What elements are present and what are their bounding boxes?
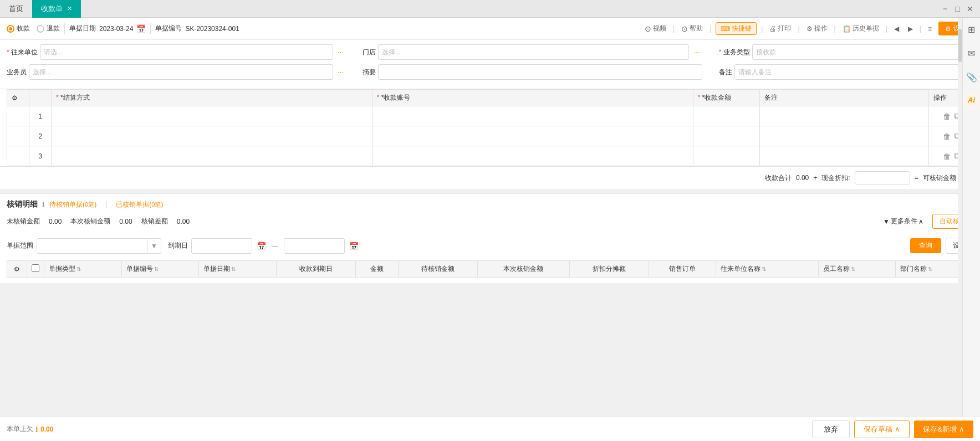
range-filter-field: 单据范围 ▼ [7,238,161,254]
counterparty-sort-icon: ⇅ [762,266,766,272]
more-conditions-btn[interactable]: ▼ 更多条件 ∧ [883,217,923,226]
print-btn[interactable]: 🖨 打印 [767,23,793,34]
this-verify-header: 本次核销金额 [478,261,570,278]
store-input[interactable] [378,44,689,60]
pending-tab[interactable]: 待核销单据(0笔) [49,200,96,209]
tab-receipt[interactable]: 收款单 ✕ [32,0,81,18]
staff-input[interactable] [29,64,333,80]
counterparty-input[interactable] [40,44,333,60]
history-btn[interactable]: 📋 历史单据 [840,23,881,34]
discount-input[interactable] [855,171,910,184]
row2-remark[interactable] [759,126,928,146]
history-icon: 📋 [843,25,851,33]
row2-delete-icon[interactable]: 🗑 [943,132,951,141]
refund-radio[interactable]: 退款 [37,24,60,33]
gear-icon: ⚙ [945,25,951,33]
bottom-info: 本单上欠 ℹ 0.00 [7,424,53,434]
row2-settlement[interactable] [52,126,372,146]
date-from-calendar-icon[interactable]: 📅 [257,242,266,250]
maximize-button[interactable]: □ [953,3,962,14]
tab-home[interactable]: 首页 [0,0,32,18]
row2-account[interactable] [372,126,693,146]
divider-1 [64,23,65,34]
range-select-input[interactable] [37,238,147,254]
table-settings-icon[interactable]: ⚙ [12,94,18,102]
counterparty-more-btn[interactable]: ··· [335,48,346,57]
row3-settlement[interactable] [52,146,372,166]
doc-type-header: 单据类型 ⇅ [44,261,122,278]
scroll-area[interactable] [958,18,962,417]
row3-delete-icon[interactable]: 🗑 [943,152,951,161]
row1-delete-icon[interactable]: 🗑 [943,112,951,121]
bottom-bar: 本单上欠 ℹ 0.00 放弃 保存草稿 ∧ 保存&新增 ∧ [0,417,980,441]
row1-account[interactable] [372,106,693,126]
attachment-panel-icon[interactable]: 📎 [964,70,979,85]
operations-btn[interactable]: ⚙ 操作 [804,23,830,34]
scroll-thumb[interactable] [958,29,962,62]
staff-name-header: 员工名称 ⇅ [818,261,896,278]
counterparty-field: * 往来单位 ··· [7,44,346,60]
refund-radio-dot [37,25,44,33]
bottom-actions: 放弃 保存草稿 ∧ 保存&新增 ∧ [812,421,973,438]
close-window-button[interactable]: ✕ [964,3,976,14]
business-type-input[interactable]: 预收款 [752,44,959,60]
filter-icon: ▼ [883,218,890,225]
done-tab[interactable]: 已核销单据(0笔) [116,200,163,209]
mail-panel-icon[interactable]: ✉ [966,46,977,61]
select-all-checkbox[interactable] [32,264,39,272]
keyboard-icon: ⌨ [721,25,730,33]
counterparty-name-header: 往来单位名称 ⇅ [716,261,818,278]
row1-amount[interactable] [693,106,759,126]
save-new-button[interactable]: 保存&新增 ∧ [914,421,973,438]
tab-close-icon[interactable]: ✕ [67,5,72,12]
nav-right-btn[interactable]: ▶ [906,24,915,34]
stat-this-label: 本次核销金额 [70,217,110,226]
minimize-button[interactable]: － [939,3,951,15]
receipt-radio-dot [7,25,14,33]
row1-cell-empty [7,106,29,126]
table-panel-icon[interactable]: ⊞ [966,22,977,37]
shortcuts-btn[interactable]: ⌨ 快捷键 [716,22,757,35]
range-dropdown-btn[interactable]: ▼ [147,238,161,254]
row1-num: 1 [29,106,52,126]
view-options-btn[interactable]: ≡ [926,24,934,34]
video-btn[interactable]: ⊙ 视频 [642,23,668,34]
date-to-input[interactable]: 2022-04-12 [284,238,345,254]
summary-field: 摘要 [363,64,702,80]
verify-table-settings-icon[interactable]: ⚙ [14,265,20,273]
query-button[interactable]: 查询 [910,238,941,253]
stat-unpaid-label: 未核销金额 [7,217,40,226]
date-to-calendar-icon[interactable]: 📅 [349,242,359,250]
date-calendar-icon[interactable]: 📅 [136,24,146,33]
date-from-input[interactable]: 2022-04-01 [191,238,252,254]
store-more-btn[interactable]: ··· [691,48,702,57]
date-field: 单据日期 2023-03-24 📅 [69,24,146,33]
row2-amount[interactable] [693,126,759,146]
remark-input[interactable] [734,64,973,80]
sales-order-header: 销售订单 [649,261,716,278]
doc-number-header: 单据编号 ⇅ [121,261,199,278]
nav-left-btn[interactable]: ◀ [892,24,901,34]
row3-remark[interactable] [759,146,928,166]
receipt-radio[interactable]: 收款 [7,24,30,33]
form-area: * 往来单位 ··· 门店 ··· * 业务类型 预收款 ▼ [0,40,980,89]
staff-more-btn[interactable]: ··· [335,68,346,76]
form-row-2: 业务员 ··· 摘要 备注 [7,64,973,80]
doc-date-sort-icon: ⇅ [231,266,236,272]
doc-date-header: 单据日期 ⇅ [199,261,277,278]
help-icon: ⊙ [681,24,688,33]
right-panel: ⊞ ✉ 📎 Ai [962,18,980,417]
table-footer: 收款合计 0.00 + 现金折扣: = 可核销金额 0.00 [0,166,980,189]
bottom-info-value: 0.00 [40,425,53,433]
ai-panel-icon[interactable]: Ai [964,94,978,106]
up-arrow-icon: ∧ [918,218,923,225]
help-btn[interactable]: ⊙ 帮助 [679,23,705,34]
row1-remark[interactable] [759,106,928,126]
summary-input[interactable] [378,64,702,80]
row3-amount[interactable] [693,146,759,166]
toolbar: 收款 退款 单据日期 2023-03-24 📅 单据编号 SK-20230324… [0,18,980,40]
row1-settlement[interactable] [52,106,372,126]
abandon-button[interactable]: 放弃 [812,421,850,438]
save-draft-button[interactable]: 保存草稿 ∧ [854,421,910,438]
row3-account[interactable] [372,146,693,166]
